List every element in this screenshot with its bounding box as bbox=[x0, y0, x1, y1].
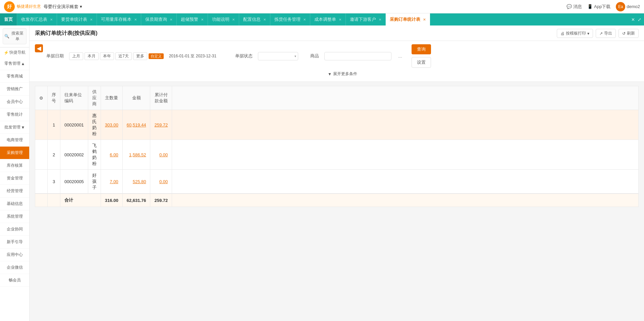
sidebar-item-system-mgmt[interactable]: 系统管理 bbox=[0, 210, 29, 223]
message-icon: 💬 bbox=[567, 4, 572, 9]
sidebar-item-base-info[interactable]: 基础信息 bbox=[0, 198, 29, 210]
tab-function-desc-close[interactable]: ✕ bbox=[232, 18, 235, 21]
sidebar-retail-mgmt-arrow: ▲ bbox=[21, 61, 25, 66]
data-table: ⚙ 序号 往来单位编码 供应商 主数量 金额 累计付款金额 1 000200 bbox=[35, 86, 639, 207]
tab-order-summary-close[interactable]: ✕ bbox=[90, 18, 93, 21]
row-2-amount[interactable]: 1,586.52 bbox=[122, 140, 150, 170]
sidebar-item-retail-mgmt[interactable]: 零售管理 ▲ bbox=[0, 57, 29, 70]
sidebar-item-wholesale-mgmt[interactable]: 批发管理 ▼ bbox=[0, 121, 29, 134]
tab-cost-adjust-close[interactable]: ✕ bbox=[339, 18, 341, 21]
status-select[interactable] bbox=[258, 52, 298, 60]
export-button[interactable]: ↗ 导出 bbox=[596, 29, 616, 38]
page-title: 采购订单统计表(按供应商) bbox=[35, 30, 98, 37]
table-row[interactable]: 1 00020001 惠氏奶粉 303.00 60,519.44 259.72 bbox=[35, 110, 639, 140]
row-1-unit-code: 00020001 bbox=[60, 110, 88, 140]
tab-order-summary[interactable]: 要货单统计表 ✕ bbox=[57, 13, 97, 25]
row-2-empty bbox=[172, 140, 639, 170]
row-3-paid-amount[interactable]: 0.00 bbox=[150, 170, 172, 194]
tab-home[interactable]: 首页 bbox=[0, 13, 17, 25]
row-1-paid-amount[interactable]: 259.72 bbox=[150, 110, 172, 140]
date-last-month[interactable]: 上月 bbox=[69, 52, 83, 60]
tab-pick-task[interactable]: 拣货任务管理 ✕ bbox=[270, 13, 310, 25]
tab-cost-adjust[interactable]: 成本调整单 ✕ bbox=[310, 13, 346, 25]
tab-overstock-warning[interactable]: 超储预警 ✕ bbox=[177, 13, 208, 25]
tab-config-info-close[interactable]: ✕ bbox=[263, 18, 266, 21]
footer-label: 合计 bbox=[60, 194, 101, 207]
date-this-month[interactable]: 本月 bbox=[85, 52, 99, 60]
row-2-main-qty[interactable]: 6.00 bbox=[101, 140, 122, 170]
date-more[interactable]: 更多 bbox=[133, 52, 147, 60]
tab-purchase-summary-close[interactable]: ✕ bbox=[423, 18, 426, 21]
sidebar-item-operation-mgmt[interactable]: 经营管理 bbox=[0, 185, 29, 198]
sidebar-item-new-guide[interactable]: 新手引导 bbox=[0, 236, 29, 249]
goods-input[interactable] bbox=[324, 52, 391, 60]
sidebar-item-enterprise-wechat[interactable]: 企业微信 bbox=[0, 261, 29, 274]
quick-nav-button[interactable]: ⚡ 快捷导航 bbox=[0, 47, 29, 57]
template-print-button[interactable]: 🖨 按模板打印 ▾ bbox=[557, 29, 593, 38]
refresh-button[interactable]: ↺ 刷新 bbox=[619, 29, 639, 38]
col-empty bbox=[172, 86, 639, 110]
top-bar-right: 💬 消息 📱 App下载 Ea demo2 bbox=[567, 2, 640, 11]
tab-receive-summary[interactable]: 收发存汇总表 ✕ bbox=[17, 13, 57, 25]
sidebar-item-finance-mgmt-label: 资金管理 bbox=[7, 176, 23, 180]
export-icon: ↗ bbox=[599, 31, 603, 36]
tab-function-desc[interactable]: 功能说明 ✕ bbox=[208, 13, 239, 25]
tab-inventory-ledger-close[interactable]: ✕ bbox=[134, 18, 137, 21]
table-row[interactable]: 3 00020005 好孩子 7.00 525.80 0.00 bbox=[35, 170, 639, 194]
col-settings[interactable]: ⚙ bbox=[35, 86, 48, 110]
workspace-selector[interactable]: 母婴行业演示账套 ▾ bbox=[44, 4, 82, 10]
sidebar-item-enterprise-coop[interactable]: 企业协同 bbox=[0, 223, 29, 236]
tab-pick-task-close[interactable]: ✕ bbox=[303, 18, 306, 21]
sidebar-item-app-center[interactable]: 应用中心 bbox=[0, 249, 29, 261]
settings-button[interactable]: 设置 bbox=[412, 57, 431, 68]
app-download-icon: 📱 bbox=[587, 4, 593, 9]
query-button[interactable]: 查询 bbox=[412, 44, 431, 54]
sidebar-item-marketing[interactable]: 营销推广 bbox=[0, 83, 29, 96]
sidebar-item-retail-shop[interactable]: 零售商城 bbox=[0, 70, 29, 83]
sidebar-item-ecom-mgmt-label: 电商管理 bbox=[7, 138, 23, 142]
app-download-item[interactable]: 📱 App下载 bbox=[587, 4, 610, 10]
row-2-paid-amount[interactable]: 0.00 bbox=[150, 140, 172, 170]
sidebar-item-purchase-mgmt[interactable]: 采购管理 bbox=[0, 147, 29, 159]
sidebar-item-retail-shop-label: 零售商城 bbox=[7, 74, 23, 78]
date-this-year[interactable]: 本年 bbox=[100, 52, 114, 60]
tab-invite-downstream-close[interactable]: ✕ bbox=[379, 18, 381, 21]
tab-config-info[interactable]: 配置信息 ✕ bbox=[239, 13, 270, 25]
status-label: 单据状态 bbox=[235, 53, 253, 59]
user-item[interactable]: Ea demo2 bbox=[616, 2, 640, 11]
search-menu-button[interactable]: 🔍 搜索菜单 bbox=[3, 28, 26, 44]
footer-paid-amount: 259.72 bbox=[150, 194, 172, 207]
tab-warranty-query[interactable]: 保质期查询 ✕ bbox=[141, 13, 177, 25]
tab-invite-downstream[interactable]: 邀请下游客户 ✕ bbox=[346, 13, 386, 25]
row-1-amount[interactable]: 60,519.44 bbox=[122, 110, 150, 140]
row-2-supplier: 飞鹤奶粉 bbox=[88, 140, 101, 170]
row-3-main-qty[interactable]: 7.00 bbox=[101, 170, 122, 194]
sidebar-item-retail-stats[interactable]: 零售统计 bbox=[0, 108, 29, 121]
row-1-main-qty[interactable]: 303.00 bbox=[101, 110, 122, 140]
filter-toggle-button[interactable]: ◀ bbox=[35, 44, 43, 52]
export-label: 导出 bbox=[604, 31, 612, 36]
sidebar-item-retail-mgmt-label: 零售管理 bbox=[4, 61, 20, 66]
sidebar-item-finance-mgmt[interactable]: 资金管理 bbox=[0, 172, 29, 185]
tab-overstock-warning-close[interactable]: ✕ bbox=[201, 18, 204, 21]
date-range-display: 2016-01-01 至 2023-12-31 bbox=[169, 53, 216, 59]
tab-inventory-ledger[interactable]: 可用量库存账本 ✕ bbox=[97, 13, 141, 25]
sidebar-item-member-center[interactable]: 会员中心 bbox=[0, 96, 29, 108]
ellipsis-button[interactable]: ... bbox=[397, 53, 404, 59]
date-last-7-days[interactable]: 近7天 bbox=[115, 52, 132, 60]
message-item[interactable]: 💬 消息 bbox=[567, 4, 582, 10]
sidebar-item-member[interactable]: 畅会员 bbox=[0, 274, 29, 287]
tab-warranty-query-close[interactable]: ✕ bbox=[170, 18, 172, 21]
expand-more-filters[interactable]: ▼ 展开更多条件 bbox=[46, 70, 639, 78]
goods-label: 商品 bbox=[310, 53, 319, 59]
tab-purchase-summary[interactable]: 采购订单统计表 ✕ bbox=[386, 13, 430, 25]
table-header-row: ⚙ 序号 往来单位编码 供应商 主数量 金额 累计付款金额 bbox=[35, 86, 639, 110]
tab-receive-summary-close[interactable]: ✕ bbox=[50, 18, 53, 21]
row-3-amount[interactable]: 525.80 bbox=[122, 170, 150, 194]
workspace-dropdown-icon: ▾ bbox=[80, 4, 82, 9]
table-row[interactable]: 2 00020002 飞鹤奶粉 6.00 1,586.52 0.00 bbox=[35, 140, 639, 170]
table-area: ⚙ 序号 往来单位编码 供应商 主数量 金额 累计付款金额 1 000200 bbox=[30, 82, 644, 321]
tab-close-all[interactable]: ✕ ⤢ bbox=[629, 17, 644, 22]
sidebar-item-ecom-mgmt[interactable]: 电商管理 bbox=[0, 134, 29, 147]
sidebar-item-inventory-check[interactable]: 库存核算 bbox=[0, 159, 29, 172]
